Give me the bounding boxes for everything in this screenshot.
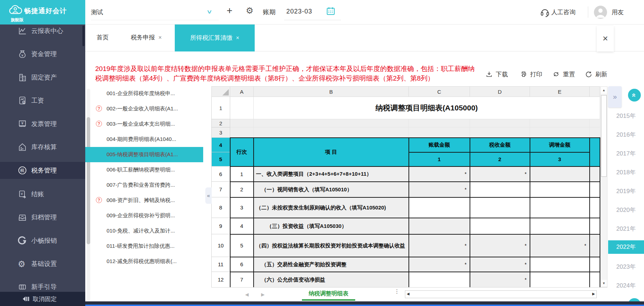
header-col-number-2[interactable]: 2 [470,152,530,166]
sidebar-item-archive[interactable]: 归档管理 [0,209,85,226]
cell-a3[interactable] [230,127,254,138]
cell-f[interactable] [590,272,600,288]
column-header-a[interactable]: A [230,87,254,97]
line-number[interactable]: 3 [230,197,254,218]
sheet-tab-prev-icon[interactable]: ◀ [245,292,249,297]
year-2024[interactable]: 2024年 [608,276,644,295]
cell-b3[interactable] [254,127,409,138]
value-cell[interactable] [530,182,590,197]
sheet-corner-cell[interactable] [212,87,230,97]
tab-home[interactable]: 首页 [97,33,109,42]
form-item-011[interactable]: 011-研发费用加计扣除优惠... [85,239,203,254]
scroll-left-button[interactable]: ◀ [407,292,410,296]
value-cell[interactable] [530,257,590,272]
year-2017[interactable]: 2017年 [608,144,644,163]
value-cell[interactable] [530,272,590,288]
sidebar-item-invoices[interactable]: ¥ 发票管理 [0,115,85,132]
expand-right-panel-handle[interactable]: » [608,86,622,108]
sidebar-item-closing[interactable]: ¥ 结账 [0,186,85,203]
value-cell[interactable]: * [409,166,470,182]
line-number[interactable]: 6 [230,257,254,272]
row-header-12[interactable]: 12 [212,272,230,288]
download-button[interactable]: 下载 [486,70,508,80]
cell-e3[interactable] [530,127,590,138]
tab-tax-filing[interactable]: 税务申报× [131,33,162,42]
reset-button[interactable]: 重置 [553,70,575,80]
cell-d3[interactable] [470,127,530,138]
year-2016[interactable]: 2016年 [608,125,644,144]
line-number[interactable]: 4 [230,218,254,234]
value-cell[interactable]: * [470,272,530,288]
line-number[interactable]: 1 [230,166,254,182]
item-cell[interactable]: （六）公允价值变动净损益 [254,272,409,288]
spreadsheet-grid[interactable]: A B C D E 1 纳税调整项目明细表(A105000) 2 3 4 行次 … [211,86,600,288]
row-header-4[interactable]: 4 [212,138,230,152]
year-2023[interactable]: 2023年 [608,257,644,276]
year-2019[interactable]: 2019年 [608,182,644,201]
value-cell[interactable] [470,218,530,234]
value-cell[interactable]: * [409,234,470,257]
cell-a1[interactable] [230,97,254,119]
form-item-009[interactable]: 009-企业所得税弥补亏损明... [85,208,203,223]
cell-f[interactable] [590,257,600,272]
sidebar-item-funds[interactable]: ¥ 资金管理 [0,45,85,62]
cell-f2[interactable] [590,119,600,127]
form-item-010[interactable]: 010-免税、减计收入及加计... [85,223,203,239]
years-scroll-up-button[interactable]: « [628,89,641,102]
item-cell[interactable]: （三）投资收益（填写A105030） [254,218,409,234]
value-cell[interactable] [530,197,590,218]
header-increase-amount[interactable]: 调增金额 [530,138,590,152]
sidebar-item-guide[interactable]: 新手引导 [0,278,85,292]
form-item-001[interactable]: 001-企业所得税年度纳税申... [85,86,203,101]
scroll-right-button[interactable]: ▶ [592,292,595,296]
row-header-9[interactable]: 9 [212,218,230,234]
form-item-012[interactable]: 012-减免所得税优惠明细表(... [85,254,203,269]
header-col-number-1[interactable]: 1 [409,152,470,166]
live-consult-link[interactable]: 人工咨询 [551,8,575,16]
value-cell[interactable] [409,197,470,218]
header-f-partial[interactable] [590,138,600,166]
value-cell[interactable] [530,218,590,234]
sidebar-item-inventory[interactable]: 库存核算 [0,138,85,155]
value-cell[interactable]: * [470,257,530,272]
value-cell[interactable] [409,272,470,288]
item-cell[interactable]: 一、收入类调整项目（2+3+4+5+6+7+8+10+11） [254,166,409,182]
year-2018[interactable]: 2018年 [608,163,644,182]
company-selector[interactable]: 测试 [91,8,103,16]
sidebar-item-settings[interactable]: ⚙ 基础设置 [0,255,85,272]
sheet-vscrollbar-thumb[interactable] [601,95,607,177]
tab-close-icon[interactable]: × [158,34,162,40]
sheet-tab-next-icon[interactable]: ▶ [261,292,265,297]
value-cell[interactable]: * [470,166,530,182]
line-number[interactable]: 5 [230,234,254,257]
cell-c2[interactable] [409,119,470,127]
value-cell[interactable]: * [409,257,470,272]
value-cell[interactable]: * [409,182,470,197]
headset-icon[interactable] [540,7,550,18]
sheet-vscrollbar[interactable]: ▲ ▼ [600,86,607,287]
cell-f[interactable] [590,182,600,197]
form-item-004[interactable]: 004-期间费用明细表(A1040... [85,132,203,147]
line-number[interactable]: 2 [230,182,254,197]
sidebar-item-cloud-reports[interactable]: 云报表中心 [0,22,85,39]
cell-b2[interactable] [254,119,409,127]
row-header-3[interactable]: 3 [212,127,230,138]
cell-f[interactable] [590,166,600,182]
column-header-e[interactable]: E [530,87,590,97]
year-2021[interactable]: 2021年 [608,219,644,238]
column-header-d[interactable]: D [470,87,530,97]
value-cell[interactable]: * [470,234,530,257]
item-cell[interactable]: （五）交易性金融资产初始投资调整 [254,257,409,272]
value-cell[interactable] [530,166,590,182]
cell-a2[interactable] [230,119,254,127]
item-cell[interactable]: （二）未按权责发生制原则确认的收入（填写A105020) [254,197,409,218]
sidebar-item-expense[interactable]: 小畅报销 [0,232,85,249]
cell-d2[interactable] [470,119,530,127]
sheet-hscrollbar[interactable]: ◀ ▶ [405,290,597,298]
value-cell[interactable] [470,197,530,218]
header-line-col[interactable]: 行次 [230,138,254,166]
line-number[interactable]: 7 [230,272,254,288]
sheet-title[interactable]: 纳税调整项目明细表(A105000) [254,97,600,119]
year-2020[interactable]: 2020年 [608,201,644,219]
form-item-002[interactable]: ?002-一般企业收入明细表(A1... [85,101,203,116]
